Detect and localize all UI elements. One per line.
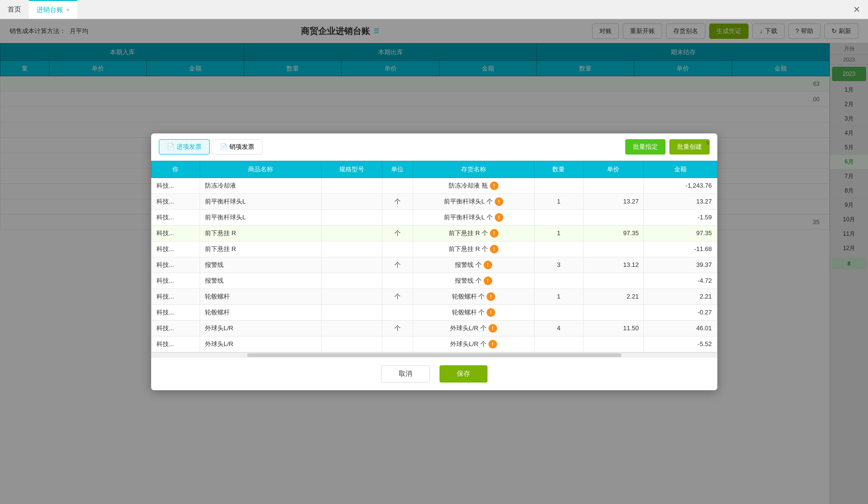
main-area: 销售成本计算方法： 月平均 商贸企业进销台账 ☰ 对账 重新开账 存货别名 生成… [0,19,868,504]
batch-assign-button[interactable]: 批量指定 [625,139,666,155]
th-col1: 你 [151,161,200,178]
warning-icon: ! [495,213,503,222]
table-row: 科技...报警线报警线 个!-4.72 [151,273,717,288]
th-col8: 金额 [644,161,717,178]
modal-close-button[interactable]: × [705,138,711,148]
tab-home[interactable]: 首页 [0,0,29,19]
modal-table-wrap[interactable]: 你 商品名称 规格型号 单位 存货名称 数量 单价 金额 科技...防冻冷却液防… [151,161,717,352]
warning-icon: ! [484,261,492,269]
window-close-icon[interactable]: ✕ [853,4,860,15]
invoice-table: 你 商品名称 规格型号 单位 存货名称 数量 单价 金额 科技...防冻冷却液防… [151,161,717,352]
warning-icon: ! [487,308,495,317]
modal-header: 📄 进项发票 📄 销项发票 批量指定 批量创建 × [151,133,717,161]
warning-icon: ! [490,229,499,238]
warning-icon: ! [488,324,497,333]
save-button[interactable]: 保存 [440,365,488,383]
table-row: 科技...前下悬挂 R前下悬挂 R 个!-11.68 [151,241,717,257]
modal-tabs: 📄 进项发票 📄 销项发票 [159,139,262,155]
table-row: 科技...外球头L/R外球头L/R 个!-5.52 [151,336,717,352]
table-row: 科技...轮毂螺杆轮毂螺杆 个!-0.27 [151,304,717,320]
cancel-button[interactable]: 取消 [381,365,430,383]
table-row: 科技...前平衡杆球头L前平衡杆球头L 个!-1.59 [151,209,717,225]
warning-icon: ! [490,181,499,190]
table-row: 科技...外球头L/R个外球头L/R 个!411.5046.01 [151,320,717,336]
table-row: 科技...报警线个报警线 个!313.1239.37 [151,257,717,273]
warning-icon: ! [490,245,499,253]
warning-icon: ! [495,197,503,206]
tab-bar: 首页 进销台账 × ✕ [0,0,868,19]
table-row: 科技...防冻冷却液防冻冷却液 瓶!-1,243.76 [151,178,717,193]
modal-overlay: 📄 进项发票 📄 销项发票 批量指定 批量创建 × [0,19,868,504]
modal-dialog: 📄 进项发票 📄 销项发票 批量指定 批量创建 × [151,133,717,390]
th-col4: 单位 [382,161,413,178]
th-col2: 商品名称 [200,161,321,178]
tab-incoming-invoice[interactable]: 📄 进项发票 [159,139,210,155]
incoming-invoice-icon: 📄 [167,143,175,150]
batch-create-button[interactable]: 批量创建 [669,139,710,155]
tab-close-icon[interactable]: × [66,7,70,13]
th-col6: 数量 [535,161,583,178]
warning-icon: ! [487,292,495,301]
th-col3: 规格型号 [321,161,382,178]
tab-ledger[interactable]: 进销台账 × [29,0,77,19]
th-col7: 单价 [583,161,644,178]
table-row: 科技...前下悬挂 R个前下悬挂 R 个!197.3597.35 [151,225,717,241]
horizontal-scrollbar[interactable] [151,352,717,357]
th-col5: 存货名称 [413,161,535,178]
table-row: 科技...轮毂螺杆个轮毂螺杆 个!12.212.21 [151,288,717,304]
table-row: 科技...前平衡杆球头L个前平衡杆球头L 个!113.2713.27 [151,193,717,209]
warning-icon: ! [488,340,497,348]
modal-footer: 取消 保存 [151,357,717,390]
warning-icon: ! [484,276,492,285]
outgoing-invoice-icon: 📄 [220,143,227,150]
modal-header-actions: 批量指定 批量创建 [625,139,710,155]
tab-outgoing-invoice[interactable]: 📄 销项发票 [212,139,262,155]
